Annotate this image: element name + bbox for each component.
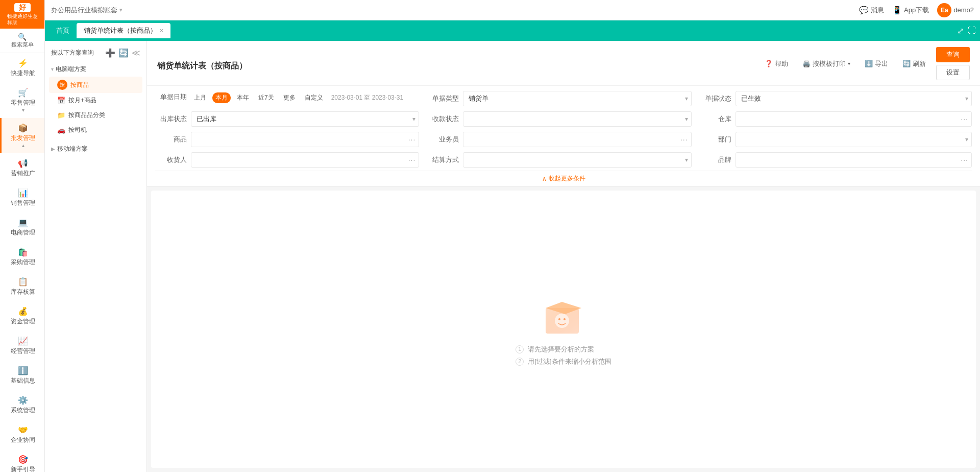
- refresh-icon: 🔄: [902, 60, 911, 67]
- tabbar-actions: ⤢ ⛶: [957, 26, 976, 36]
- doc-type-label: 单据类型: [427, 94, 463, 103]
- sidebar-item-sales[interactable]: 📊 销售管理: [0, 183, 44, 213]
- tab-minimize-button[interactable]: ⤢: [957, 26, 964, 36]
- pc-group-header[interactable]: ▾ 电脑端方案: [49, 62, 142, 77]
- refresh-button[interactable]: 🔄 刷新: [898, 57, 930, 70]
- help-button[interactable]: ❓ 帮助: [761, 57, 792, 70]
- calendar-icon: 📅: [57, 97, 65, 104]
- receiver-dots-icon: ···: [408, 156, 416, 164]
- sidebar-item-enterprise[interactable]: 🤝 企业协同: [0, 420, 44, 450]
- out-status-input[interactable]: 已出库 ▾: [191, 111, 419, 127]
- date-shortcuts-row: 上月 本月 本年 近7天 更多 自定义 2023-03-01 至 2023-03…: [191, 92, 419, 103]
- date-range-display: 2023-03-01 至 2023-03-31: [331, 93, 403, 102]
- mobile-group-header[interactable]: ▶ 移动端方案: [49, 141, 142, 156]
- filter-row-2: 出库状态 已出库 ▾ 收款状态 ▾ 仓库: [155, 111, 972, 127]
- warehouse-dots-icon: ···: [961, 115, 968, 123]
- quick-icon: ⚡: [18, 58, 28, 68]
- receiver-input[interactable]: ···: [191, 152, 419, 168]
- right-content: 销货单统计表（按商品） ❓ 帮助 🖨️ 按模板打印 ▾ ⬇️ 导出: [147, 41, 980, 472]
- refresh-scheme-button[interactable]: 🔄: [118, 48, 129, 58]
- salesperson-dots-icon: ···: [680, 135, 688, 144]
- guide-icon: 🎯: [18, 455, 28, 464]
- app-download-button[interactable]: 📱 App下载: [892, 6, 929, 15]
- scheme-by-goods[interactable]: 按 按商品: [49, 77, 142, 93]
- tab-sales-stats[interactable]: 销货单统计表（按商品） ×: [77, 23, 170, 38]
- brand-dots-icon: ···: [961, 156, 968, 164]
- add-scheme-button[interactable]: ➕: [105, 48, 115, 58]
- collapse-filters-button[interactable]: ∧ 收起更多条件: [155, 171, 972, 186]
- ecom-icon: 💻: [18, 218, 28, 227]
- payment-label: 结算方式: [427, 155, 463, 164]
- sidebar-item-system[interactable]: ⚙️ 系统管理: [0, 390, 44, 420]
- print-button[interactable]: 🖨️ 按模板打印 ▾: [798, 57, 854, 70]
- download-icon: 📱: [892, 6, 902, 15]
- sidebar-item-ecom[interactable]: 💻 电商管理: [0, 213, 44, 242]
- payment-dropdown-icon: ▾: [685, 156, 688, 163]
- settings-button[interactable]: 设置: [936, 65, 970, 80]
- goods-input[interactable]: ···: [191, 132, 419, 147]
- sidebar: 好 畅捷通好生意 标版 🔍 搜索菜单 ⚡ 快捷导航 🛒 零售管理 ▾ 📦 批发管…: [0, 0, 45, 472]
- filter-row-1: 单据日期 上月 本月 本年 近7天 更多 自定义 2023-03-01 至 20…: [155, 91, 972, 106]
- tab-home[interactable]: 首页: [49, 23, 77, 38]
- export-button[interactable]: ⬇️ 导出: [861, 57, 892, 70]
- sidebar-item-operations[interactable]: 📈 经营管理: [0, 331, 44, 361]
- help-icon: ❓: [765, 60, 773, 67]
- shortcut-this-month[interactable]: 本月: [212, 92, 231, 103]
- tabbar: 首页 销货单统计表（按商品） × ⤢ ⛶: [45, 20, 980, 41]
- sidebar-item-inventory[interactable]: 📋 库存核算: [0, 272, 44, 301]
- tab-close-icon[interactable]: ×: [160, 28, 163, 34]
- operations-icon: 📈: [18, 336, 28, 346]
- collapse-panel-button[interactable]: ≪: [132, 48, 140, 58]
- shortcut-last-month[interactable]: 上月: [191, 92, 209, 103]
- shortcut-custom[interactable]: 自定义: [302, 92, 326, 103]
- tab-maximize-button[interactable]: ⛶: [968, 26, 976, 36]
- payment-input[interactable]: ▾: [463, 152, 691, 168]
- warehouse-input[interactable]: ···: [736, 111, 972, 127]
- salesperson-input[interactable]: ···: [463, 132, 691, 147]
- pc-scheme-group: ▾ 电脑端方案 按 按商品 📅 按月+商品 📁 按商品品分类 🚗 按司: [45, 62, 146, 137]
- search-menu-item[interactable]: 🔍 搜索菜单: [0, 29, 44, 53]
- doc-type-input[interactable]: 销货单 ▾: [463, 91, 691, 106]
- driver-icon: 🚗: [57, 126, 65, 134]
- department-section: 部门 ▾: [700, 132, 972, 147]
- sidebar-item-wholesale[interactable]: 📦 批发管理 ▴: [0, 118, 44, 153]
- page-header: 销货单统计表（按商品） ❓ 帮助 🖨️ 按模板打印 ▾ ⬇️ 导出: [147, 41, 980, 86]
- shortcut-more[interactable]: 更多: [280, 92, 299, 103]
- group-expand-icon: ▾: [51, 66, 54, 72]
- receipt-status-section: 收款状态 ▾: [427, 111, 699, 127]
- sidebar-item-marketing[interactable]: 📢 营销推广: [0, 153, 44, 183]
- account-selector[interactable]: 办公用品行业模拟账套 ▾: [51, 6, 122, 15]
- system-icon: ⚙️: [18, 395, 28, 405]
- receipt-status-input[interactable]: ▾: [463, 111, 691, 127]
- collapse-icon: ∧: [542, 175, 547, 182]
- doc-status-section: 单据状态 已生效 ▾: [700, 91, 972, 106]
- scheme-by-driver[interactable]: 🚗 按司机: [49, 123, 142, 137]
- user-profile[interactable]: Ea demo2: [937, 3, 974, 17]
- sidebar-item-finance[interactable]: 💰 资金管理: [0, 301, 44, 331]
- message-button[interactable]: 💬 消息: [859, 6, 884, 15]
- scheme-by-month-goods[interactable]: 📅 按月+商品: [49, 93, 142, 108]
- sidebar-item-guide[interactable]: 🎯 新手引导: [0, 450, 44, 472]
- user-avatar: Ea: [937, 3, 951, 17]
- export-icon: ⬇️: [865, 60, 873, 67]
- query-button[interactable]: 查询: [936, 47, 970, 62]
- shortcut-7days[interactable]: 近7天: [255, 92, 277, 103]
- brand-input[interactable]: ···: [736, 152, 972, 168]
- empty-state: 1 请先选择要分析的方案 2 用[过滤]条件来缩小分析范围: [516, 293, 611, 366]
- scheme-by-category[interactable]: 📁 按商品品分类: [49, 108, 142, 123]
- doc-status-input[interactable]: 已生效 ▾: [736, 91, 972, 106]
- sidebar-item-purchase[interactable]: 🛍️ 采购管理: [0, 242, 44, 272]
- brand-section: 品牌 ···: [700, 152, 972, 168]
- sidebar-item-retail[interactable]: 🛒 零售管理 ▾: [0, 83, 44, 118]
- receiver-section: 收货人 ···: [155, 152, 427, 168]
- sidebar-item-basic[interactable]: ℹ️ 基础信息: [0, 361, 44, 390]
- department-input[interactable]: ▾: [736, 132, 972, 147]
- shortcut-this-year[interactable]: 本年: [234, 92, 252, 103]
- sidebar-item-quick[interactable]: ⚡ 快捷导航: [0, 53, 44, 83]
- page-area: 按以下方案查询 ➕ 🔄 ≪ ▾ 电脑端方案 按 按商品 📅 按: [45, 41, 980, 472]
- date-filter-section: 单据日期 上月 本月 本年 近7天 更多 自定义 2023-03-01 至 20…: [155, 92, 427, 105]
- mobile-scheme-group: ▶ 移动端方案: [45, 141, 146, 156]
- brand-label: 品牌: [700, 155, 736, 164]
- main-content: 办公用品行业模拟账套 ▾ 💬 消息 📱 App下载 Ea demo2 首页 销货…: [45, 0, 980, 472]
- salesperson-label: 业务员: [427, 135, 463, 144]
